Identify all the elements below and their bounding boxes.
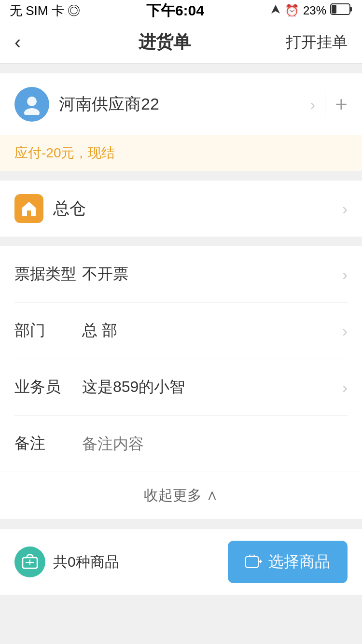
form-section: 票据类型 不开票 › 部门 总 部 › 业务员 这是859的小智 › 备注 (0, 246, 362, 472)
dept-value: 总 部 (82, 320, 342, 341)
svg-marker-0 (271, 5, 280, 14)
invoice-chevron-icon: › (342, 265, 348, 284)
notice-bar: 应付-20元，现结 (0, 135, 362, 171)
dept-chevron-icon: › (342, 322, 348, 340)
battery-percent: 23% (303, 4, 326, 17)
bottom-bar: 共0种商品 选择商品 (0, 529, 362, 595)
sales-label: 业务员 (14, 377, 82, 398)
supplier-avatar (14, 87, 49, 122)
collapse-button[interactable]: 收起更多 ∧ (0, 472, 362, 519)
dept-label: 部门 (14, 320, 82, 341)
back-button[interactable]: ‹ (14, 31, 43, 53)
remark-row[interactable]: 备注 (14, 415, 348, 472)
page-title: 进货单 (139, 30, 191, 54)
supplier-divider (325, 92, 325, 116)
remark-input[interactable] (82, 435, 348, 453)
warehouse-chevron-icon: › (342, 199, 348, 218)
sales-chevron-icon: › (342, 378, 348, 397)
supplier-row[interactable]: 河南供应商22 › + (14, 73, 348, 135)
dept-row[interactable]: 部门 总 部 › (14, 302, 348, 359)
signal-text: 无 SIM 卡 ◎ (10, 2, 80, 19)
product-icon (14, 546, 45, 577)
svg-rect-3 (332, 5, 336, 14)
remark-label: 备注 (14, 433, 82, 454)
section-gap-1 (0, 64, 362, 73)
battery-icon (270, 4, 281, 17)
warehouse-section: 总仓 › (0, 181, 362, 237)
section-gap-4 (0, 519, 362, 529)
svg-rect-8 (27, 210, 31, 216)
svg-point-4 (27, 97, 37, 106)
remark-value[interactable] (82, 435, 348, 453)
alarm-icon: ⏰ (285, 4, 299, 17)
warehouse-name: 总仓 (53, 197, 342, 220)
product-count-text: 共0种商品 (53, 552, 119, 572)
add-supplier-button[interactable]: + (335, 94, 348, 115)
supplier-section: 河南供应商22 › + (0, 73, 362, 135)
section-gap-2 (0, 171, 362, 181)
nav-bar: ‹ 进货单 打开挂单 (0, 21, 362, 64)
page-background (0, 595, 362, 644)
warehouse-row[interactable]: 总仓 › (14, 181, 348, 237)
svg-rect-12 (246, 557, 258, 567)
product-count-area: 共0种商品 (14, 546, 119, 577)
status-left: 无 SIM 卡 ◎ (10, 2, 80, 19)
sales-value: 这是859的小智 (82, 377, 342, 398)
svg-marker-7 (21, 202, 37, 209)
status-right: ⏰ 23% (270, 3, 352, 18)
warehouse-icon (14, 194, 43, 223)
status-time: 下午6:04 (146, 1, 204, 21)
invoice-label: 票据类型 (14, 264, 82, 285)
invoice-row[interactable]: 票据类型 不开票 › (14, 246, 348, 302)
invoice-value: 不开票 (82, 264, 342, 285)
open-pending-button[interactable]: 打开挂单 (286, 32, 348, 53)
supplier-chevron-icon: › (310, 95, 315, 114)
section-gap-3 (0, 237, 362, 246)
select-product-button[interactable]: 选择商品 (228, 541, 348, 583)
svg-rect-2 (350, 7, 352, 12)
svg-point-5 (24, 108, 40, 115)
select-product-label: 选择商品 (268, 551, 330, 573)
sales-row[interactable]: 业务员 这是859的小智 › (14, 359, 348, 415)
supplier-name: 河南供应商22 (59, 93, 310, 115)
status-bar: 无 SIM 卡 ◎ 下午6:04 ⏰ 23% (0, 0, 362, 21)
battery-bar (330, 3, 352, 18)
